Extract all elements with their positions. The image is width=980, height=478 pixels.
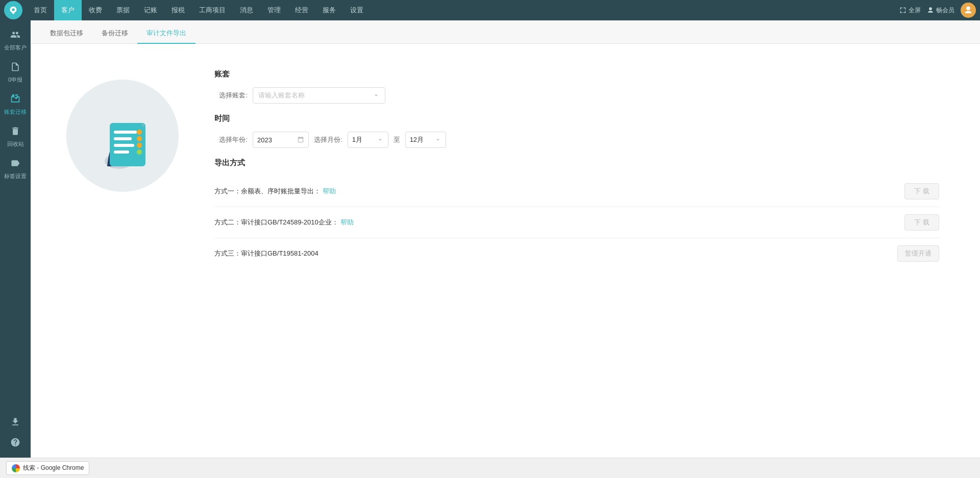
taskbar-chrome-item[interactable]: 线索 - Google Chrome [6,461,89,475]
top-nav: 首页 客户 收费 票据 记账 报税 工商项目 消息 管理 经营 服务 设置 全屏… [0,0,980,20]
sidebar-item-recycle[interactable]: 回收站 [0,121,31,153]
nav-fee[interactable]: 收费 [82,0,109,20]
main-layout: 全部客户 0申报 账套迁移 回收站 标签设置 [0,20,980,458]
year-value: 2023 [257,136,272,144]
sidebar-item-label: 账套迁移 [4,108,27,116]
svg-point-10 [137,149,142,155]
account-row: 选择账套: 请输入账套名称 [214,87,939,104]
export-method-2-help[interactable]: 帮助 [340,218,354,226]
svg-point-8 [137,136,142,141]
label-settings-icon [10,158,20,171]
recycle-icon [10,126,20,139]
account-label: 选择账套: [214,91,248,100]
export-method-2-label: 方式二：审计接口GB/T24589-2010企业：帮助 [214,218,354,227]
svg-rect-6 [114,150,129,154]
year-label: 选择年份: [214,135,248,144]
month-label: 选择月份: [314,135,342,144]
download-button-2[interactable]: 下 载 [904,214,939,231]
export-method-2-row: 方式二：审计接口GB/T24589-2010企业：帮助 下 载 [214,207,939,238]
app-logo[interactable] [4,1,22,19]
tab-data-migration[interactable]: 数据包迁移 [41,23,92,44]
sidebar-help-icon[interactable] [0,433,31,451]
sidebar-item-label-settings[interactable]: 标签设置 [0,153,31,185]
export-method-3-row: 方式三：审计接口GB/T19581-2004 暂缓开通 [214,238,939,269]
chevron-down-icon [373,92,380,99]
taskbar-item-label: 线索 - Google Chrome [23,464,84,472]
export-method-3-label: 方式三：审计接口GB/T19581-2004 [214,249,318,258]
taskbar: 线索 - Google Chrome [0,458,980,478]
account-select[interactable]: 请输入账套名称 [253,87,385,104]
sidebar: 全部客户 0申报 账套迁移 回收站 标签设置 [0,20,31,458]
month-end-select[interactable]: 12月 [405,132,446,148]
account-placeholder: 请输入账套名称 [258,91,305,100]
user-avatar[interactable] [961,3,976,18]
content-area: 数据包迁移 备份迁移 审计文件导出 [31,20,980,458]
nav-settings[interactable]: 设置 [343,0,371,20]
nav-bookkeeping[interactable]: 记账 [137,0,164,20]
open-button-3[interactable]: 暂缓开通 [897,245,939,262]
svg-point-0 [12,8,15,11]
chevron-down-icon-month-end [434,136,442,143]
sidebar-item-label: 全部客户 [4,44,27,52]
sidebar-item-all-clients[interactable]: 全部客户 [0,24,31,57]
month-end-value: 12月 [410,135,424,144]
chevron-down-icon-month-start [377,136,384,143]
separator: 至 [394,135,400,144]
svg-rect-3 [114,131,137,134]
sidebar-item-label: 回收站 [7,140,24,148]
svg-point-9 [137,143,142,148]
fullscreen-button[interactable]: 全屏 [899,6,921,15]
sidebar-download-icon[interactable] [0,413,31,431]
nav-client[interactable]: 客户 [54,0,82,20]
zero-declaration-icon [10,62,20,74]
nav-invoice[interactable]: 票据 [109,0,137,20]
tab-bar: 数据包迁移 备份迁移 审计文件导出 [31,20,980,44]
export-method-1-label: 方式一：余额表、序时账批量导出：帮助 [214,187,336,196]
sidebar-bottom [0,413,31,458]
nav-tax[interactable]: 报税 [164,0,192,20]
main-content: 账套 选择账套: 请输入账套名称 时间 选择年份: 2023 [31,44,980,458]
sidebar-item-zero-declaration[interactable]: 0申报 [0,57,31,89]
account-migration-icon [10,94,20,107]
nav-home[interactable]: 首页 [27,0,54,20]
svg-rect-5 [114,144,134,147]
nav-operation[interactable]: 经营 [288,0,315,20]
member-button[interactable]: 畅会员 [927,6,954,15]
tab-audit-export[interactable]: 审计文件导出 [137,23,195,44]
illustration-area [51,59,194,442]
sidebar-item-account-migration[interactable]: 账套迁移 [0,89,31,121]
illustration-circle [66,80,179,192]
nav-items: 首页 客户 收费 票据 记账 报税 工商项目 消息 管理 经营 服务 设置 [27,0,899,20]
export-section-title: 导出方式 [214,158,939,168]
tab-backup-migration[interactable]: 备份迁移 [92,23,137,44]
download-button-1[interactable]: 下 载 [904,183,939,199]
svg-point-7 [137,130,142,135]
account-section-title: 账套 [214,69,939,79]
form-area: 账套 选择账套: 请输入账套名称 时间 选择年份: 2023 [194,59,960,442]
nav-manage[interactable]: 管理 [260,0,288,20]
calendar-icon [297,136,304,143]
nav-right: 全屏 畅会员 [899,3,976,18]
nav-business[interactable]: 工商项目 [192,0,233,20]
export-method-1-help[interactable]: 帮助 [323,187,336,195]
nav-service[interactable]: 服务 [315,0,343,20]
sidebar-item-label: 0申报 [8,76,22,84]
time-row: 选择年份: 2023 选择月份: 1月 至 12月 [214,132,939,148]
sidebar-item-label: 标签设置 [4,172,27,180]
nav-message[interactable]: 消息 [233,0,260,20]
month-start-value: 1月 [352,135,362,144]
svg-rect-4 [114,137,132,140]
time-section-title: 时间 [214,114,939,123]
export-method-1-row: 方式一：余额表、序时账批量导出：帮助 下 载 [214,176,939,207]
chrome-icon [12,464,20,472]
month-start-select[interactable]: 1月 [348,132,388,148]
year-input[interactable]: 2023 [253,132,309,148]
all-clients-icon [10,30,20,42]
